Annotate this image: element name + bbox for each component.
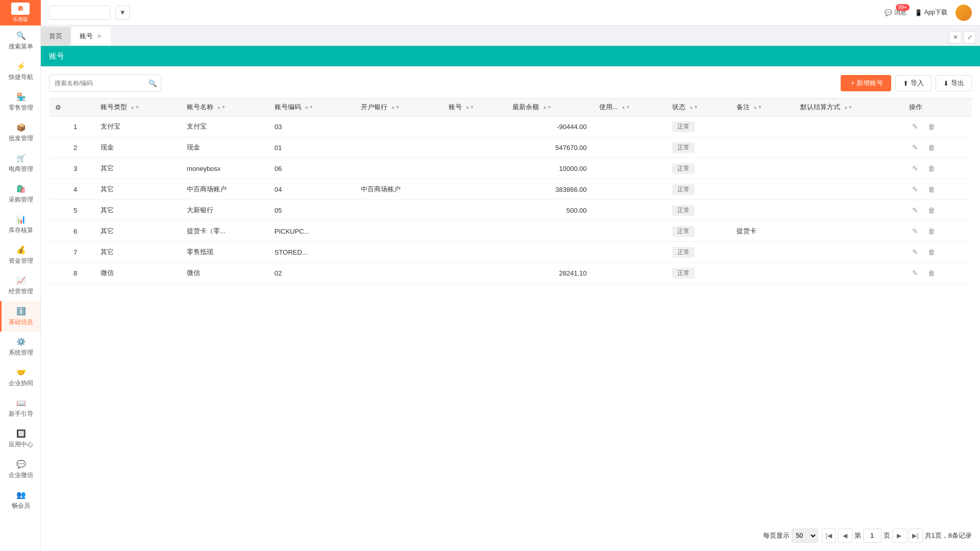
col-default-settle[interactable]: 默认结算方式 ▲▼	[794, 98, 903, 116]
table-row: 7 其它 零售抵现 STORED... 正常 ✎ 🗑	[49, 242, 972, 263]
wechat-icon: 💬	[16, 459, 26, 469]
delete-icon[interactable]: 🗑	[925, 162, 938, 174]
sidebar-item-inventory[interactable]: 📊 库存核算	[0, 209, 40, 240]
edit-icon[interactable]: ✎	[909, 246, 921, 258]
col-bank[interactable]: 开户银行 ▲▼	[355, 98, 443, 116]
col-name[interactable]: 账号名称 ▲▼	[181, 98, 268, 116]
user-avatar[interactable]	[955, 5, 972, 21]
sidebar-item-ecommerce[interactable]: 🛒 电商管理	[0, 148, 40, 179]
search-input[interactable]	[50, 75, 144, 91]
col-account[interactable]: 账号 ▲▼	[443, 98, 506, 116]
sidebar-item-operation[interactable]: 📈 经营管理	[0, 270, 40, 301]
sidebar-item-finance[interactable]: 💰 资金管理	[0, 240, 40, 270]
delete-icon[interactable]: 🗑	[925, 225, 938, 237]
content-area: 🔍 + 新增账号 ⬆ 导入 ⬇ 导出	[41, 66, 980, 551]
edit-icon[interactable]: ✎	[909, 267, 921, 279]
sidebar-item-apps[interactable]: 🔲 应用中心	[0, 423, 40, 454]
cell-account	[443, 116, 506, 137]
search-button[interactable]: 🔍	[144, 75, 161, 91]
table-row: 3 其它 moneybosx 06 10000.00 正常 ✎ 🗑	[49, 158, 972, 179]
last-page-button[interactable]: ▶|	[909, 529, 923, 543]
edit-icon[interactable]: ✎	[909, 225, 921, 237]
sidebar-item-wholesale[interactable]: 📦 批发管理	[0, 117, 40, 148]
table-row: 1 支付宝 支付宝 03 -90444.00 正常 ✎ 🗑	[49, 116, 972, 137]
dropdown-button[interactable]: ▼	[115, 6, 130, 20]
cell-settle	[794, 137, 903, 158]
cell-bank: 中百商场账户	[355, 179, 443, 200]
next-page-button[interactable]: ▶	[892, 529, 906, 543]
tab-expand-btn[interactable]: ⤢	[964, 31, 976, 43]
tab-home[interactable]: 首页	[41, 27, 70, 45]
sidebar-item-search[interactable]: 🔍 搜索菜单	[0, 26, 40, 56]
cell-status: 正常	[666, 200, 730, 221]
cell-no: 2	[67, 137, 94, 158]
cell-settle	[794, 221, 903, 242]
page-number-input[interactable]	[863, 529, 881, 543]
sidebar-label-finance: 资金管理	[9, 257, 33, 265]
col-balance-label: 最新余额	[512, 103, 539, 111]
sidebar-item-member[interactable]: 👥 畅会员	[0, 485, 40, 515]
sidebar-item-agreement[interactable]: 🤝 企业协同	[0, 362, 40, 393]
sort-bank-icon: ▲▼	[391, 105, 400, 110]
sidebar-item-basic[interactable]: ℹ️ 基础信息	[0, 301, 40, 332]
sidebar-label-shortcuts: 快捷导航	[9, 73, 33, 82]
import-button[interactable]: ⬆ 导入	[895, 75, 932, 91]
sidebar-item-purchase[interactable]: 🛍️ 采购管理	[0, 179, 40, 209]
delete-icon[interactable]: 🗑	[925, 141, 938, 154]
cell-status: 正常	[666, 158, 730, 179]
col-status[interactable]: 状态 ▲▼	[666, 98, 730, 116]
col-gear[interactable]: ⚙	[49, 98, 67, 116]
cell-no: 8	[67, 263, 94, 284]
per-page-select[interactable]: 50 100	[792, 529, 818, 543]
col-code[interactable]: 账号编码 ▲▼	[268, 98, 355, 116]
delete-icon[interactable]: 🗑	[925, 246, 938, 258]
cell-status: 正常	[666, 242, 730, 263]
page-size-selector: 每页显示 50 100	[763, 529, 818, 543]
sidebar-item-shortcuts[interactable]: ⚡ 快捷导航	[0, 56, 40, 87]
delete-icon[interactable]: 🗑	[925, 267, 938, 279]
delete-icon[interactable]: 🗑	[925, 204, 938, 216]
app-download-button[interactable]: 📱 App下载	[915, 8, 947, 17]
add-account-button[interactable]: + 新增账号	[841, 75, 891, 91]
col-balance[interactable]: 最新余额 ▲▼	[506, 98, 593, 116]
cell-no: 4	[67, 179, 94, 200]
edit-icon[interactable]: ✎	[909, 183, 921, 195]
tab-account[interactable]: 账号 ✕	[71, 27, 111, 45]
delete-icon[interactable]: 🗑	[925, 120, 938, 133]
sidebar-item-system[interactable]: ⚙️ 系统管理	[0, 332, 40, 362]
cell-type: 支付宝	[94, 116, 181, 137]
cell-account	[443, 179, 506, 200]
table-body: 1 支付宝 支付宝 03 -90444.00 正常 ✎ 🗑 2 现金 现金 01	[49, 116, 972, 284]
status-badge: 正常	[672, 142, 695, 153]
edit-icon[interactable]: ✎	[909, 141, 921, 154]
sidebar-item-retail[interactable]: 🏪 零售管理	[0, 87, 40, 117]
top-search-input[interactable]	[49, 6, 110, 20]
message-button[interactable]: 💬 消息 99+	[885, 8, 906, 17]
cell-bank	[355, 158, 443, 179]
col-usage[interactable]: 使用... ▲▼	[593, 98, 667, 116]
cell-usage	[593, 137, 667, 158]
cell-account	[443, 263, 506, 284]
sidebar-label-agreement: 企业协同	[9, 379, 33, 388]
first-page-button[interactable]: |◀	[822, 529, 836, 543]
tab-bar: 首页 账号 ✕ ✕ ⤢	[41, 26, 980, 46]
sidebar-label-inventory: 库存核算	[9, 226, 33, 235]
edit-icon[interactable]: ✎	[909, 204, 921, 216]
sidebar-item-wechat[interactable]: 💬 企业微信	[0, 454, 40, 485]
sidebar-item-guide[interactable]: 📖 新手引导	[0, 393, 40, 423]
inventory-icon: 📊	[16, 214, 26, 224]
delete-icon[interactable]: 🗑	[925, 183, 938, 195]
cell-remark	[730, 200, 794, 221]
prev-page-button[interactable]: ◀	[838, 529, 852, 543]
export-button[interactable]: ⬇ 导出	[936, 75, 972, 91]
tab-actions: ✕ ⤢	[949, 31, 980, 45]
col-type[interactable]: 账号类型 ▲▼	[94, 98, 181, 116]
sidebar: 鹏 乐惠版 🔍 搜索菜单 ⚡ 快捷导航 🏪 零售管理 📦 批发管理 🛒 电商管理…	[0, 0, 41, 551]
tab-close-btn[interactable]: ✕	[949, 31, 962, 43]
col-remark[interactable]: 备注 ▲▼	[730, 98, 794, 116]
cell-balance: -90444.00	[506, 116, 593, 137]
edit-icon[interactable]: ✎	[909, 162, 921, 174]
tab-close-account[interactable]: ✕	[96, 33, 103, 40]
col-status-label: 状态	[672, 103, 685, 111]
edit-icon[interactable]: ✎	[909, 120, 921, 133]
